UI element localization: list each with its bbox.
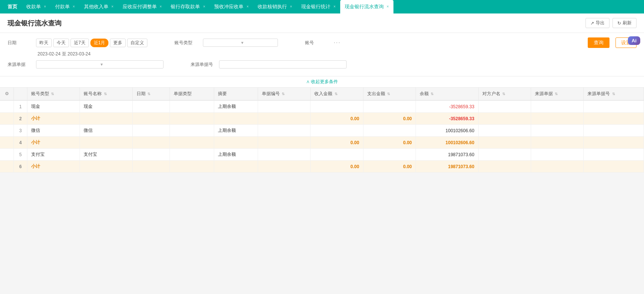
date-shortcuts: 昨天 今天 近7天 近1月 更多 自定义: [36, 39, 147, 47]
col-summary: 摘要: [214, 88, 258, 100]
date-btn-more[interactable]: 更多: [110, 39, 126, 47]
row-source-doc: [531, 149, 583, 161]
row-income: [311, 149, 363, 161]
row-index: 5: [14, 149, 27, 161]
row-source-doc: [531, 113, 583, 125]
row-doc-no: [258, 137, 311, 149]
source-doc-label: 来源单据: [8, 61, 30, 68]
nav-close-receipt[interactable]: ×: [44, 0, 46, 13]
row-doc-type: [170, 100, 214, 113]
nav-close-bank-deposit[interactable]: ×: [203, 0, 205, 13]
col-counterpart[interactable]: 对方户名 ⇅: [478, 88, 531, 100]
nav-item-pre-receipt[interactable]: 预收冲应收单 ×: [210, 0, 253, 13]
row-index: 1: [14, 100, 27, 113]
date-btn-1month[interactable]: 近1月: [90, 39, 109, 47]
nav-item-bank-deposit[interactable]: 银行存取款单 ×: [166, 0, 210, 13]
row-income: [311, 125, 363, 137]
row-balance: 100102606.60: [416, 137, 479, 149]
nav-item-cash-bank-stat[interactable]: 现金银行统计 ×: [297, 0, 340, 13]
filter-row-2: 来源单据 ▾ 来源单据号: [8, 60, 636, 69]
row-income: 0.00: [311, 113, 363, 125]
date-btn-custom[interactable]: 自定义: [127, 39, 147, 47]
source-doc-dropdown-icon: ▾: [101, 62, 160, 67]
row-counterpart: [478, 125, 531, 137]
refresh-button[interactable]: ↻ 刷新: [612, 18, 636, 28]
account-more-button[interactable]: ···: [333, 39, 341, 46]
row-counterpart: [478, 113, 531, 125]
nav-item-payment[interactable]: 付款单 ×: [51, 0, 80, 13]
row-index: 6: [14, 161, 27, 173]
col-account-type[interactable]: 账号类型 ⇅: [27, 88, 80, 100]
row-source-doc: [531, 137, 583, 149]
row-source-doc-no: [584, 161, 644, 173]
row-balance: 19871073.60: [416, 149, 479, 161]
row-date: [132, 161, 170, 173]
row-date: [132, 125, 170, 137]
row-doc-type: [170, 113, 214, 125]
nav-item-ar-ap-adjust[interactable]: 应收应付调整单 ×: [118, 0, 167, 13]
row-source-doc-no: [584, 125, 644, 137]
nav-close-ar-ap-adjust[interactable]: ×: [160, 0, 162, 13]
col-doc-no[interactable]: 单据编号 ⇅: [258, 88, 311, 100]
col-doc-type: 单据类型: [170, 88, 214, 100]
nav-item-other-income[interactable]: 其他收入单 ×: [80, 0, 118, 13]
row-settings-cell: [0, 100, 14, 113]
account-label: 账号: [305, 40, 327, 46]
col-income[interactable]: 收入金额 ⇅: [311, 88, 363, 100]
export-button[interactable]: ↗ 导出: [585, 18, 609, 28]
table-row: 6小计0.000.0019871073.60: [0, 161, 644, 173]
row-expense: [363, 100, 416, 113]
row-account-name: 支付宝: [80, 149, 132, 161]
account-type-dropdown-icon: ▾: [241, 40, 275, 45]
date-btn-yesterday[interactable]: 昨天: [36, 39, 52, 47]
nav-item-cash-bank-flow[interactable]: 现金银行流水查询 ×: [340, 0, 393, 13]
nav-item-receipt[interactable]: 收款单 ×: [22, 0, 51, 13]
date-btn-7days[interactable]: 近7天: [71, 39, 89, 47]
row-source-doc: [531, 100, 583, 113]
row-expense: [363, 125, 416, 137]
col-expense[interactable]: 支出金额 ⇅: [363, 88, 416, 100]
account-type-select[interactable]: ▾: [203, 39, 278, 47]
nav-close-cash-bank-stat[interactable]: ×: [333, 0, 336, 13]
col-balance[interactable]: 余额 ⇅: [416, 88, 479, 100]
table-container: ⚙ 账号类型 ⇅ 账号名称 ⇅ 日期 ⇅ 单据类型 摘要 单据编号 ⇅ 收入金额…: [0, 88, 644, 173]
row-doc-no: [258, 125, 311, 137]
row-date: [132, 100, 170, 113]
data-table: ⚙ 账号类型 ⇅ 账号名称 ⇅ 日期 ⇅ 单据类型 摘要 单据编号 ⇅ 收入金额…: [0, 88, 644, 173]
table-row: 5支付宝支付宝上期余额19871073.60: [0, 149, 644, 161]
nav-close-receipt-verify[interactable]: ×: [290, 0, 292, 13]
row-summary: [214, 161, 258, 173]
nav-item-home[interactable]: 首页: [3, 0, 22, 13]
header-actions: ↗ 导出 ↻ 刷新: [585, 18, 636, 28]
nav-close-other-income[interactable]: ×: [111, 0, 114, 13]
table-row: 2小计0.000.00-3528659.33: [0, 113, 644, 125]
row-summary: [214, 137, 258, 149]
collapse-bar[interactable]: ∧ 收起更多条件: [0, 76, 644, 88]
row-doc-type: [170, 125, 214, 137]
source-doc-select[interactable]: ▾: [36, 60, 164, 69]
row-doc-no: [258, 100, 311, 113]
nav-item-receipt-verify[interactable]: 收款核销执行 ×: [253, 0, 297, 13]
col-source-doc-no[interactable]: 来源单据号 ⇅: [584, 88, 644, 100]
col-account-name[interactable]: 账号名称 ⇅: [80, 88, 132, 100]
ai-badge[interactable]: Ai: [628, 36, 640, 45]
row-counterpart: [478, 161, 531, 173]
row-summary: 上期余额: [214, 100, 258, 113]
row-settings-cell: [0, 113, 14, 125]
date-btn-today[interactable]: 今天: [53, 39, 69, 47]
query-button[interactable]: 查询: [588, 37, 609, 48]
date-filter-label: 日期: [8, 40, 30, 46]
top-nav: 首页 收款单 × 付款单 × 其他收入单 × 应收应付调整单 × 银行存取款单 …: [0, 0, 644, 13]
source-doc-num-input[interactable]: [219, 60, 347, 69]
nav-close-cash-bank-flow[interactable]: ×: [387, 0, 389, 13]
col-source-doc[interactable]: 来源单据 ⇅: [531, 88, 583, 100]
row-source-doc-no: [584, 113, 644, 125]
row-balance: -3528659.33: [416, 100, 479, 113]
row-date: [132, 149, 170, 161]
col-settings[interactable]: ⚙: [0, 88, 14, 100]
nav-close-pre-receipt[interactable]: ×: [246, 0, 249, 13]
col-date[interactable]: 日期 ⇅: [132, 88, 170, 100]
row-counterpart: [478, 100, 531, 113]
nav-close-payment[interactable]: ×: [73, 0, 75, 13]
table-settings-icon[interactable]: ⚙: [4, 91, 10, 97]
